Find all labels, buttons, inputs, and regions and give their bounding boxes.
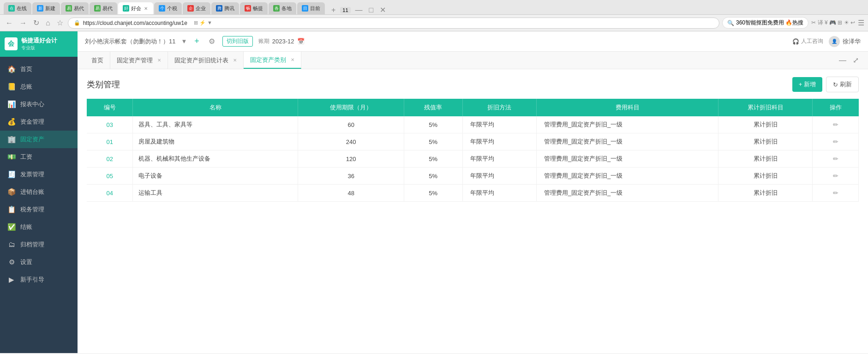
close-window-button[interactable]: ✕ [378, 6, 388, 14]
page-tab-depreciation[interactable]: 固定资产折旧统计表 ✕ [168, 52, 244, 69]
sidebar-item-fixed-assets[interactable]: 🏢 固定资产 [0, 131, 78, 148]
fixed-assets-icon: 🏢 [7, 135, 16, 144]
sidebar-label-funds: 资金管理 [20, 118, 44, 126]
tab10-favicon: 各 [273, 5, 280, 12]
add-button[interactable]: + 新增 [792, 77, 822, 92]
reload-button[interactable]: ↻ [31, 18, 41, 27]
browser-tab-4[interactable]: 易 易代 [90, 2, 117, 14]
browser-menu-button[interactable]: ☰ [858, 18, 864, 27]
sidebar-item-ledger[interactable]: 📒 总账 [0, 78, 78, 96]
browser-tab-1[interactable]: 在 在线 [4, 2, 31, 14]
action-buttons: + 新增 ↻ 刷新 [792, 77, 859, 92]
stock-icon: 📦 [7, 188, 16, 196]
sidebar-nav: 🏠 首页 📒 总账 📊 报表中心 💰 资金管理 🏢 固定资产 💵 工资 [0, 57, 78, 353]
cell-residual: 5% [404, 133, 462, 150]
add-tab-button[interactable]: + [329, 6, 337, 14]
header-settings-button[interactable]: ⚙ [207, 37, 217, 46]
page-tab-home[interactable]: 首页 [85, 52, 110, 69]
sidebar-item-funds[interactable]: 💰 资金管理 [0, 113, 78, 131]
browser-tab-bar: 在 在线 新 新建 易 易代 易 易代 好 好会 ✕ 个 个税 企 企业 腾 腾… [0, 0, 868, 15]
forward-button[interactable]: → [18, 19, 29, 27]
sidebar-label-fixed-assets: 固定资产 [20, 135, 44, 144]
browser-tab-2[interactable]: 新 新建 [32, 2, 60, 14]
sidebar-item-stock[interactable]: 📦 进销台账 [0, 183, 78, 201]
edit-icon[interactable]: ✏ [833, 138, 838, 145]
edit-icon[interactable]: ✏ [833, 172, 838, 180]
page-tab-depreciation-close[interactable]: ✕ [233, 58, 237, 63]
sidebar-item-checkout[interactable]: ✅ 结账 [0, 218, 78, 236]
company-dropdown-icon[interactable]: ▼ [181, 38, 187, 45]
col-header-period: 使用期限（月） [298, 99, 404, 116]
collapse-tab-button[interactable]: — [837, 56, 848, 65]
page-tab-category[interactable]: 固定资产类别 ✕ [244, 52, 301, 69]
edit-icon[interactable]: ✏ [833, 155, 838, 162]
tab5-close[interactable]: ✕ [143, 6, 149, 11]
id-link[interactable]: 04 [106, 190, 113, 197]
browser-tab-7[interactable]: 企 企业 [183, 2, 210, 14]
sidebar-item-settings[interactable]: ⚙ 设置 [0, 253, 78, 271]
home-button[interactable]: ⌂ [44, 19, 52, 27]
cell-method: 年限平均 [462, 133, 536, 150]
browser-tab-6[interactable]: 个 个税 [154, 2, 182, 14]
page-tab-category-close[interactable]: ✕ [291, 57, 294, 62]
cell-expense: 管理费用_固定资产折旧_一级 [536, 116, 718, 133]
cell-actions: ✏ [813, 133, 859, 150]
tab3-favicon: 易 [66, 5, 72, 12]
browser-tab-9[interactable]: 畅 畅提 [240, 2, 268, 14]
sidebar-logo: 会 畅捷通好会计 专业版 [0, 31, 78, 57]
page-tab-fixed-assets[interactable]: 固定资产管理 ✕ [110, 52, 168, 69]
sidebar-item-home[interactable]: 🏠 首页 [0, 60, 78, 78]
edit-icon[interactable]: ✏ [833, 189, 838, 197]
refresh-button[interactable]: ↻ 刷新 [826, 77, 859, 92]
refresh-label: 刷新 [840, 80, 852, 89]
id-link[interactable]: 02 [106, 156, 113, 162]
invoice-icon: 🧾 [7, 170, 16, 179]
browser-tab-10[interactable]: 各 各地 [269, 2, 296, 14]
calendar-icon[interactable]: 📅 [297, 38, 305, 45]
service-link[interactable]: 🎧 人工咨询 [792, 37, 823, 45]
id-link[interactable]: 05 [106, 173, 113, 180]
back-button[interactable]: ← [4, 19, 15, 27]
maximize-button[interactable]: □ [367, 6, 376, 14]
account-period: 账期 2023-12 📅 [258, 37, 305, 45]
cell-method: 年限平均 [462, 185, 536, 202]
sidebar-item-salary[interactable]: 💵 工资 [0, 148, 78, 166]
cell-period: 60 [298, 116, 404, 133]
page-tab-fixed-assets-close[interactable]: ✕ [157, 58, 161, 63]
edit-icon[interactable]: ✏ [833, 121, 838, 128]
period-value: 2023-12 [272, 38, 294, 45]
tab7-label: 企业 [196, 5, 206, 12]
switch-version-button[interactable]: 切到旧版 [222, 36, 253, 47]
table-header-row: 编号 名称 使用期限（月） 残值率 折旧方法 费用科目 累计折旧科目 操作 [87, 99, 859, 116]
add-account-button[interactable]: + [192, 36, 201, 46]
id-link[interactable]: 03 [106, 121, 113, 128]
browser-tab-5[interactable]: 好 好会 ✕ [118, 2, 153, 14]
search-bar[interactable]: 🔍 360智能抠图免费用 🔥热搜 [722, 17, 808, 29]
browser-tab-3[interactable]: 易 易代 [61, 2, 89, 14]
id-link[interactable]: 01 [106, 138, 113, 145]
table-row: 02 机器、机械和其他生产设备 120 5% 年限平均 管理费用_固定资产折旧_… [87, 150, 859, 168]
search-text: 360智能抠图免费用 🔥热搜 [736, 19, 803, 27]
col-header-residual: 残值率 [404, 99, 462, 116]
col-header-actions: 操作 [813, 99, 859, 116]
sidebar-item-guide[interactable]: ▶ 新手引导 [0, 271, 78, 288]
sidebar-label-guide: 新手引导 [20, 276, 44, 284]
cell-accumulated: 累计折旧 [718, 150, 813, 168]
tab1-label: 在线 [17, 5, 27, 12]
browser-tools: ⊞ ⚡ ▼ [194, 20, 212, 26]
sidebar-item-reports[interactable]: 📊 报表中心 [0, 96, 78, 113]
sidebar-item-archive[interactable]: 🗂 归档管理 [0, 236, 78, 253]
browser-tab-8[interactable]: 腾 腾讯 [211, 2, 239, 14]
expand-tab-button[interactable]: ⤢ [851, 56, 861, 65]
sidebar-item-tax[interactable]: 📋 税务管理 [0, 201, 78, 218]
minimize-button[interactable]: — [353, 6, 365, 14]
settings-icon: ⚙ [7, 258, 16, 266]
bookmark-button[interactable]: ☆ [55, 18, 65, 27]
user-info[interactable]: 👤 徐泽华 [829, 36, 861, 47]
url-bar[interactable]: 🔒 https://cloud.chanjet.com/accounting/u… [68, 18, 719, 29]
cell-actions: ✏ [813, 116, 859, 133]
cell-method: 年限平均 [462, 150, 536, 168]
browser-tab-11[interactable]: 目 目前 [297, 2, 325, 14]
col-header-expense: 费用科目 [536, 99, 718, 116]
sidebar-item-invoice[interactable]: 🧾 发票管理 [0, 166, 78, 183]
